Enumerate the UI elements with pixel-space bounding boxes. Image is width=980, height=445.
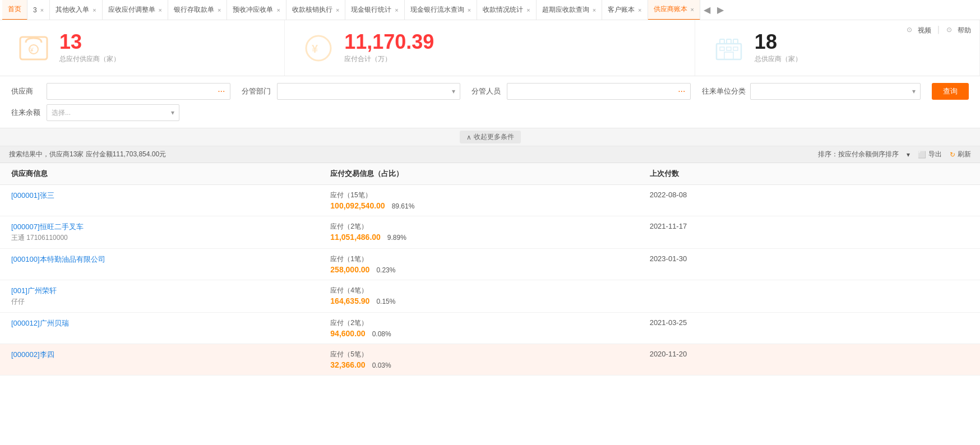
export-label: 导出	[928, 150, 942, 159]
nav-tab-3-label: 3	[33, 6, 37, 14]
export-icon: ⬜	[918, 151, 926, 159]
category-select-arrow-icon: ▾	[912, 87, 916, 95]
tx-amount-3: 164,635.90	[330, 296, 369, 305]
stat-ap-suppliers-label: 总应付供应商（家）	[59, 54, 120, 64]
nav-tab-bank-deposit-close[interactable]: ×	[218, 7, 221, 13]
collapse-bar: ∧ 收起更多条件	[0, 128, 980, 146]
circle-icon: ⊙	[907, 26, 912, 35]
supplier-cell-4: [000012]广州贝瑞	[11, 318, 330, 338]
nav-tab-customer-account-close[interactable]: ×	[638, 7, 641, 13]
nav-tab-other-income-close[interactable]: ×	[93, 7, 96, 13]
person-dots-icon: ···	[678, 86, 685, 96]
nav-tab-prepay-close[interactable]: ×	[276, 7, 280, 13]
nav-tab-cash-bank-stats-close[interactable]: ×	[395, 7, 398, 13]
nav-tab-cash-bank-flow[interactable]: 现金银行流水查询 ×	[405, 0, 477, 20]
dept-select[interactable]: ▾	[277, 83, 461, 100]
person-label: 分管人员	[471, 86, 502, 96]
filter-balance: 往来余额 选择... ▾	[11, 104, 179, 121]
supplier-sub-1: 王通 17106110000	[11, 233, 330, 243]
nav-tab-3[interactable]: 3 ×	[27, 0, 50, 20]
tx-amount-link-0[interactable]: 100,092,540.00	[330, 201, 385, 210]
nav-tab-collection-stats-close[interactable]: ×	[526, 7, 530, 13]
nav-tab-bank-deposit[interactable]: 银行存取款单 ×	[168, 0, 227, 20]
supplier-input[interactable]: ···	[47, 83, 230, 100]
nav-tab-supplier-account[interactable]: 供应商账本 ×	[648, 0, 700, 20]
sort-arrow-icon: ▾	[907, 151, 910, 159]
tx-amount-link-1[interactable]: 11,051,486.00	[330, 233, 381, 242]
tx-amount-1: 11,051,486.00	[330, 233, 381, 242]
video-link[interactable]: 视频	[918, 26, 931, 35]
nav-tab-prepay-label: 预收冲应收单	[233, 5, 273, 15]
nav-tab-collection-stats[interactable]: 收款情况统计 ×	[477, 0, 536, 20]
collapse-up-icon: ∧	[466, 133, 471, 141]
help-link[interactable]: 帮助	[958, 26, 971, 35]
table-row: [000001]张三 应付（15笔） 100,092,540.00 89.61%…	[0, 185, 980, 216]
nav-tab-overdue-close[interactable]: ×	[593, 7, 596, 13]
tx-cell-0: 应付（15笔） 100,092,540.00 89.61%	[330, 191, 649, 210]
nav-tab-supplier-account-close[interactable]: ×	[691, 6, 694, 13]
nav-tab-other-income[interactable]: 其他收入单 ×	[50, 0, 102, 20]
collapse-button[interactable]: ∧ 收起更多条件	[460, 131, 521, 143]
nav-tab-cash-bank-flow-close[interactable]: ×	[468, 7, 471, 13]
nav-tab-cash-bank-stats-label: 现金银行统计	[351, 5, 391, 15]
tx-amount-link-5[interactable]: 32,366.00	[330, 360, 365, 369]
col-supplier-info: 供应商信息	[11, 169, 330, 179]
tx-cell-5: 应付（5笔） 32,366.00 0.03%	[330, 350, 649, 369]
ap-suppliers-icon: ¥	[17, 31, 50, 65]
nav-next-arrow[interactable]: ▶	[714, 0, 727, 20]
filter-dept: 分管部门 ▾	[242, 83, 461, 100]
refresh-button[interactable]: ↻ 刷新	[950, 150, 971, 159]
nav-tab-other-income-label: 其他收入单	[56, 5, 89, 15]
filter-row-1: 供应商 ··· 分管部门 ▾ 分管人员 ··· 往来单位分类 ▾	[11, 83, 969, 100]
nav-tab-ap-adjustment[interactable]: 应收应付调整单 ×	[103, 0, 168, 20]
tx-amount-row-4: 94,600.00 0.08%	[330, 328, 649, 338]
nav-tab-cash-bank-flow-label: 现金银行流水查询	[410, 5, 464, 15]
nav-tab-cash-bank-stats[interactable]: 现金银行统计 ×	[345, 0, 404, 20]
tx-cell-2: 应付（1笔） 258,000.00 0.23%	[330, 254, 649, 274]
nav-tab-overdue-label: 超期应收款查询	[542, 5, 589, 15]
nav-tab-home[interactable]: 首页	[2, 0, 27, 20]
nav-tab-overdue[interactable]: 超期应收款查询 ×	[537, 0, 602, 20]
nav-tab-receive-verify[interactable]: 收款核销执行 ×	[286, 0, 345, 20]
category-select[interactable]: ▾	[750, 83, 921, 100]
supplier-link-4[interactable]: [000012]广州贝瑞	[11, 319, 69, 327]
tx-amount-link-4[interactable]: 94,600.00	[330, 329, 365, 338]
supplier-link-0[interactable]: [000001]张三	[11, 191, 54, 200]
tx-cell-1: 应付（2笔） 11,051,486.00 9.89%	[330, 222, 649, 243]
search-button[interactable]: 查询	[932, 83, 969, 100]
tx-percent-4: 0.08%	[372, 330, 391, 338]
nav-tab-prepay[interactable]: 预收冲应收单 ×	[227, 0, 286, 20]
table-row: [001]广州荣轩 仔仔 应付（4笔） 164,635.90 0.15%	[0, 280, 980, 313]
supplier-link-2[interactable]: [000100]本特勤油品有限公司	[11, 255, 105, 263]
supplier-link-1[interactable]: [000007]恒旺二手叉车	[11, 222, 84, 231]
result-summary: 搜索结果中，供应商13家 应付金额111,703,854.00元	[9, 150, 166, 159]
nav-tab-supplier-account-label: 供应商账本	[654, 4, 687, 14]
tx-amount-link-2[interactable]: 258,000.00	[330, 265, 369, 274]
supplier-link-5[interactable]: [000002]李四	[11, 350, 54, 359]
top-navigation: 首页 3 × 其他收入单 × 应收应付调整单 × 银行存取款单 × 预收冲应收单…	[0, 0, 980, 20]
person-input[interactable]: ···	[507, 83, 691, 100]
tx-label-1: 应付（2笔）	[330, 222, 649, 231]
export-button[interactable]: ⬜ 导出	[918, 150, 942, 159]
svg-point-3	[306, 36, 331, 61]
tx-amount-2: 258,000.00	[330, 265, 369, 274]
supplier-cell-1: [000007]恒旺二手叉车 王通 17106110000	[11, 222, 330, 243]
nav-tab-ap-adjustment-close[interactable]: ×	[159, 7, 162, 13]
nav-tab-customer-account[interactable]: 客户账本 ×	[602, 0, 648, 20]
tx-amount-link-3[interactable]: 164,635.90	[330, 296, 369, 305]
nav-tab-receive-verify-close[interactable]: ×	[336, 7, 339, 13]
table-area: 供应商信息 应付交易信息（占比） 上次付数 [000001]张三 应付（15笔）…	[0, 163, 980, 445]
supplier-link-3[interactable]: [001]广州荣轩	[11, 286, 57, 295]
tx-amount-row-1: 11,051,486.00 9.89%	[330, 231, 649, 242]
col-tx-info: 应付交易信息（占比）	[330, 169, 649, 179]
tx-label-5: 应付（5笔）	[330, 350, 649, 359]
last-pay-1: 2021-11-17	[650, 222, 969, 243]
sort-label: 排序：按应付余额倒序排序	[818, 150, 899, 159]
nav-tab-3-close[interactable]: ×	[40, 7, 44, 13]
nav-prev-arrow[interactable]: ◀	[700, 0, 714, 20]
balance-select[interactable]: 选择... ▾	[47, 104, 179, 121]
last-pay-5: 2020-11-20	[650, 350, 969, 369]
filter-person: 分管人员 ···	[471, 83, 691, 100]
tx-percent-5: 0.03%	[372, 361, 391, 369]
svg-text:¥: ¥	[30, 47, 34, 53]
